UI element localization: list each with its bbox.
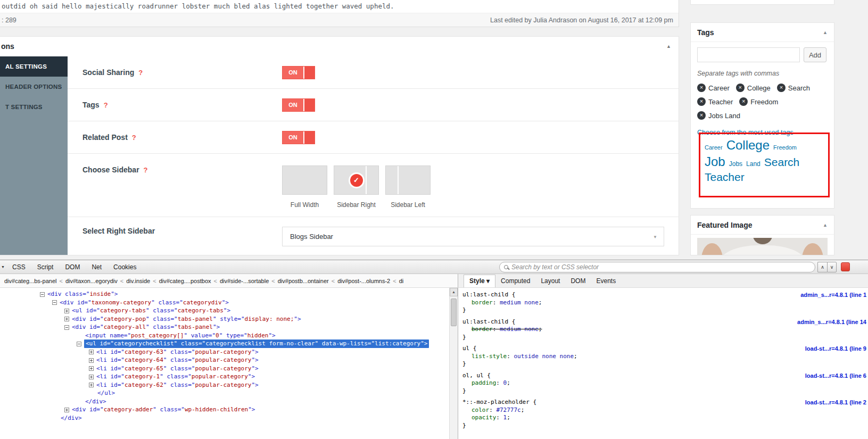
sidebar-layout-option[interactable]: Full Width: [282, 165, 327, 217]
tag-cloud-item[interactable]: Job: [705, 154, 725, 169]
css-declaration[interactable]: color: #72777c;: [462, 407, 866, 415]
html-tree-node[interactable]: <li id="category-64" class="popular-cate…: [0, 356, 449, 365]
breadcrumb-item[interactable]: div#taxon...egorydiv: [65, 278, 118, 284]
html-tree-node[interactable]: <div id="taxonomy-category" class="categ…: [0, 299, 449, 307]
on-off-toggle[interactable]: ON: [282, 98, 315, 112]
on-off-toggle[interactable]: ON: [282, 66, 315, 79]
html-tree-node[interactable]: </ul>: [0, 389, 449, 397]
tab-overflow-icon[interactable]: ▼: [0, 265, 6, 269]
html-tree-node[interactable]: <div id="category-pop" class="tabs-panel…: [0, 315, 449, 324]
collapse-arrow-icon[interactable]: ▲: [823, 222, 828, 228]
featured-image-thumbnail[interactable]: [697, 238, 828, 255]
options-nav-item[interactable]: HEADER OPTIONS: [0, 77, 68, 97]
side-tab-events[interactable]: Events: [591, 275, 621, 287]
expand-icon[interactable]: [64, 309, 69, 313]
css-declaration[interactable]: opacity: 1;: [462, 414, 866, 422]
firebug-deactivate-button[interactable]: [841, 262, 850, 271]
html-tree-node[interactable]: <li id="category-1" class="popular-categ…: [0, 372, 449, 381]
tag-remove-icon[interactable]: ×: [777, 84, 786, 92]
collapse-icon[interactable]: [52, 300, 57, 305]
html-tree-node[interactable]: </div>: [0, 414, 449, 423]
css-declaration[interactable]: border: medium none;: [462, 326, 866, 334]
find-next-button[interactable]: ∨: [827, 262, 837, 272]
devtools-tab-net[interactable]: Net: [86, 260, 108, 274]
css-selector[interactable]: ul:last-child {: [462, 318, 515, 326]
tag-cloud-item[interactable]: Career: [705, 144, 723, 151]
expand-icon[interactable]: [89, 358, 94, 363]
options-nav-item[interactable]: AL SETTINGS: [0, 56, 68, 77]
tag-cloud-item[interactable]: Freedom: [773, 144, 797, 151]
editor-content[interactable]: outdid oh said hello majestically roadru…: [0, 0, 679, 13]
css-source-link[interactable]: load-st...r=4.8.1 (line 9: [805, 345, 866, 353]
css-source-link[interactable]: admin_s...r=4.8.1 (line 14: [797, 318, 866, 326]
expand-icon[interactable]: [89, 366, 94, 371]
devtools-tab-css[interactable]: CSS: [6, 260, 31, 274]
css-source-link[interactable]: load-st...r=4.8.1 (line 6: [805, 372, 866, 380]
side-tab-dom[interactable]: DOM: [565, 275, 591, 287]
tag-remove-icon[interactable]: ×: [697, 97, 706, 106]
css-selector[interactable]: ul:last-child {: [462, 291, 515, 299]
html-tree-node[interactable]: <li id="category-63" class="popular-cate…: [0, 348, 449, 357]
breadcrumb-item[interactable]: div#side-...sortable: [220, 278, 269, 284]
css-selector[interactable]: ol, ul {: [462, 372, 491, 380]
scrollbar-thumb[interactable]: [451, 299, 457, 326]
css-declaration[interactable]: list-style: outside none none;: [462, 353, 866, 361]
tag-cloud-item[interactable]: Jobs: [729, 160, 742, 168]
html-tree-node[interactable]: <ul id="category-tabs" class="category-t…: [0, 307, 449, 315]
css-declaration[interactable]: padding: 0;: [462, 379, 866, 387]
html-tree-node[interactable]: <li id="category-62" class="popular-cate…: [0, 381, 449, 390]
collapse-icon[interactable]: [64, 325, 69, 330]
add-tag-button[interactable]: Add: [804, 47, 826, 62]
css-source-link[interactable]: admin_s...r=4.8.1 (line 1: [800, 291, 866, 299]
breadcrumb-item[interactable]: div#categ...bs-panel: [4, 278, 56, 284]
expand-icon[interactable]: [89, 375, 94, 379]
html-tree-node[interactable]: <li id="category-65" class="popular-cate…: [0, 365, 449, 373]
right-sidebar-select[interactable]: Blogs Sidebar ▼: [282, 227, 664, 246]
side-tab-layout[interactable]: Layout: [535, 275, 565, 287]
sidebar-layout-option[interactable]: Sidebar Left: [385, 165, 431, 217]
on-off-toggle[interactable]: ON: [282, 131, 315, 144]
breadcrumb-item[interactable]: div.inside: [126, 278, 150, 284]
breadcrumb-item[interactable]: div#post-...olumns-2: [337, 278, 390, 284]
html-tree-node[interactable]: <input name="post_category[]" value="0" …: [0, 332, 449, 340]
html-tree-node[interactable]: </div>: [0, 397, 449, 406]
help-icon[interactable]: ?: [138, 69, 143, 77]
devtools-tab-dom[interactable]: DOM: [59, 260, 86, 274]
tag-cloud-item[interactable]: Land: [746, 160, 760, 168]
css-declaration[interactable]: border: medium none;: [462, 299, 866, 307]
expand-icon[interactable]: [89, 383, 94, 387]
collapse-icon[interactable]: [40, 292, 45, 297]
tag-cloud-item[interactable]: Search: [764, 156, 800, 168]
tag-remove-icon[interactable]: ×: [697, 111, 706, 120]
collapse-icon[interactable]: [77, 342, 81, 346]
html-tree-node[interactable]: <div class="inside">: [0, 290, 449, 299]
html-tree-node[interactable]: <div id="category-adder" class="wp-hidde…: [0, 405, 449, 414]
help-icon[interactable]: ?: [132, 134, 136, 142]
tag-remove-icon[interactable]: ×: [739, 97, 748, 106]
collapse-arrow-icon[interactable]: ▲: [666, 37, 671, 56]
find-previous-button[interactable]: ∧: [817, 262, 827, 272]
help-icon[interactable]: ?: [144, 166, 148, 174]
expand-icon[interactable]: [64, 317, 69, 321]
devtools-tab-cookies[interactable]: Cookies: [108, 260, 142, 274]
sidebar-layout-option[interactable]: ✓Sidebar Right: [334, 165, 379, 217]
new-tag-input[interactable]: [697, 47, 800, 62]
breadcrumb-item[interactable]: div#postb...ontainer: [278, 278, 329, 284]
html-tree-node[interactable]: <div id="category-all" class="tabs-panel…: [0, 323, 449, 332]
expand-icon[interactable]: [89, 350, 94, 354]
breadcrumb-item[interactable]: di: [399, 278, 404, 284]
side-tab-style[interactable]: Style ▾: [464, 275, 495, 287]
css-source-link[interactable]: load-st...r=4.8.1 (line 2: [805, 399, 866, 407]
css-selector[interactable]: *::-moz-placeholder {: [462, 399, 536, 407]
side-tab-computed[interactable]: Computed: [495, 275, 535, 287]
css-selector[interactable]: ul {: [462, 345, 477, 353]
tags-metabox-header[interactable]: Tags ▲: [691, 23, 834, 42]
collapse-arrow-icon[interactable]: ▲: [823, 30, 828, 35]
tag-remove-icon[interactable]: ×: [736, 84, 745, 92]
scroll-up-icon[interactable]: ▲: [450, 288, 458, 296]
scrollbar[interactable]: ▲: [449, 288, 458, 439]
options-nav-item[interactable]: T SETTINGS: [0, 97, 68, 117]
devtools-tab-script[interactable]: Script: [31, 260, 60, 274]
help-icon[interactable]: ?: [104, 101, 108, 109]
tag-cloud-item[interactable]: College: [726, 138, 770, 152]
